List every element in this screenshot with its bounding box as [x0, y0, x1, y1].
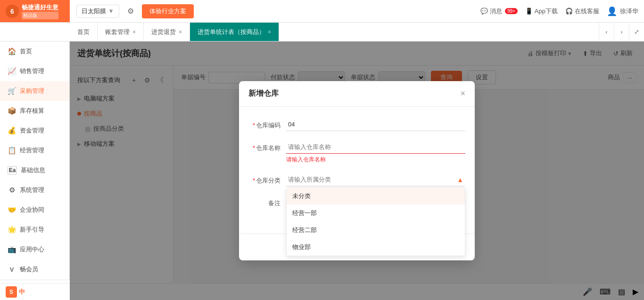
tab-home-label: 首页: [77, 28, 90, 36]
content-area: 🏠 首页 📈 销售管理 🛒 采购管理 📦 库存核算 💰 资金管理 📋 经营管理 …: [0, 42, 644, 300]
warehouse-name-field: 请输入仓库名称: [286, 141, 465, 164]
tab-purchase-stats-label: 进货单统计表（按商品）: [198, 28, 265, 36]
sidebar-item-operations[interactable]: 📋 经营管理: [0, 141, 69, 160]
system-icon: ⚙: [8, 186, 16, 194]
warehouse-type-row: *仓库分类 ▲ 未分类 经营一部 经营二部 物业部: [248, 173, 465, 186]
tab-purchase-return-label: 进货退货: [151, 28, 176, 36]
sidebar-item-sales[interactable]: 📈 销售管理: [0, 61, 69, 81]
sidebar-item-purchase[interactable]: 🛒 采购管理: [0, 81, 69, 101]
top-bar: 6 畅捷通好生意 精品版 日太阳膜 ▼ ⚙ 体验行业方案 💬 消息 99+ 📱 …: [0, 0, 644, 23]
sidebar: 🏠 首页 📈 销售管理 🛒 采购管理 📦 库存核算 💰 资金管理 📋 经营管理 …: [0, 42, 70, 300]
settings-icon[interactable]: ⚙: [124, 5, 137, 18]
tab-actions: ‹ › ⤢: [599, 23, 644, 42]
tab-purchase-return[interactable]: 进货退货 ×: [144, 23, 190, 41]
warehouse-type-dropdown: ▲ 未分类 经营一部 经营二部 物业部: [286, 173, 465, 186]
basic-info-icon: Ea: [8, 166, 17, 175]
close-icon[interactable]: ×: [268, 29, 271, 35]
sidebar-item-apps[interactable]: 📺 应用中心: [0, 240, 69, 259]
dropdown-item-unclassified[interactable]: 未分类: [287, 188, 465, 205]
sidebar-basic-info-label: 基础信息: [21, 166, 45, 175]
operations-icon: 📋: [8, 146, 16, 155]
dropdown-item-dept1[interactable]: 经营一部: [287, 205, 465, 222]
tab-expand-icon[interactable]: ⤢: [629, 23, 644, 42]
app-download-label: App下载: [535, 7, 558, 16]
sidebar-item-inventory[interactable]: 📦 库存核算: [0, 101, 69, 121]
logo-text: 畅捷通好生意 精品版: [22, 3, 58, 19]
sidebar-inventory-label: 库存核算: [20, 107, 44, 115]
online-service-label: 在线客服: [575, 7, 599, 16]
logo-icon: 6: [6, 5, 19, 18]
sidebar-item-basic-info[interactable]: Ea 基础信息: [0, 160, 69, 180]
close-icon[interactable]: ×: [179, 29, 182, 35]
sidebar-purchase-label: 采购管理: [20, 87, 44, 95]
apps-icon: 📺: [8, 245, 16, 254]
online-service-item[interactable]: 🎧 在线客服: [565, 7, 599, 16]
vip-icon: V: [8, 265, 16, 274]
tab-purchase-stats[interactable]: 进货单统计表（按商品） ×: [190, 23, 279, 41]
tab-accounts[interactable]: 账套管理 ×: [98, 23, 144, 41]
home-icon: 🏠: [8, 47, 16, 56]
main-content: 进货单统计(按商品) 🖨 按模板打印 ▾ ⬆ 导出 ↺ 刷新: [70, 42, 644, 300]
brand-s-icon: S: [6, 286, 17, 298]
sidebar-finance-label: 资金管理: [20, 126, 44, 135]
brand-zh-icon: 中: [19, 288, 25, 296]
avatar-icon: 👤: [607, 6, 617, 17]
tab-home[interactable]: 首页: [70, 23, 98, 41]
warehouse-name-row: *仓库名称 请输入仓库名称: [248, 141, 465, 164]
bottom-left: S 中: [6, 286, 25, 298]
logo-area: 6 畅捷通好生意 精品版: [0, 0, 70, 22]
headset-icon: 🎧: [565, 8, 573, 15]
warehouse-type-label: *仓库分类: [248, 173, 286, 185]
messages-label: 消息: [490, 7, 502, 16]
chevron-down-icon: ▼: [108, 8, 114, 15]
sidebar-guide-label: 新手引导: [20, 225, 44, 234]
dropdown-item-dept3[interactable]: 物业部: [287, 239, 465, 256]
dropdown-item-dept2[interactable]: 经营二部: [287, 222, 465, 239]
sidebar-home-label: 首页: [20, 47, 32, 56]
modal-title: 新增仓库: [248, 89, 279, 99]
warehouse-type-field: ▲ 未分类 经营一部 经营二部 物业部: [286, 173, 465, 186]
tab-next-icon[interactable]: ›: [614, 23, 629, 42]
sidebar-item-finance[interactable]: 💰 资金管理: [0, 121, 69, 141]
user-profile[interactable]: 👤 徐泽华: [607, 6, 638, 17]
chevron-up-icon: ▲: [457, 176, 463, 183]
username-label: 徐泽华: [620, 7, 638, 16]
inventory-icon: 📦: [8, 107, 16, 115]
warehouse-code-row: *仓库编码: [248, 118, 465, 131]
modal-overlay: 新增仓库 × *仓库编码: [70, 42, 644, 300]
sidebar-vip-label: 畅会员: [20, 265, 38, 274]
sidebar-system-label: 系统管理: [20, 186, 44, 194]
messages-item[interactable]: 💬 消息 99+: [480, 7, 518, 16]
logo-badge: 精品版: [22, 12, 58, 19]
warehouse-name-input[interactable]: [286, 141, 465, 154]
enterprise-icon: 🤝: [8, 206, 16, 214]
warehouse-code-field: [286, 118, 465, 131]
close-icon[interactable]: ×: [132, 29, 136, 35]
warehouse-type-input[interactable]: [286, 173, 465, 186]
store-name: 日太阳膜: [82, 7, 106, 16]
trial-button[interactable]: 体验行业方案: [142, 4, 194, 18]
message-icon: 💬: [480, 8, 488, 15]
warehouse-code-input[interactable]: [286, 118, 465, 131]
sales-icon: 📈: [8, 67, 16, 75]
warehouse-code-label: *仓库编码: [248, 118, 286, 130]
sidebar-item-vip[interactable]: V 畅会员: [0, 259, 69, 279]
tab-prev-icon[interactable]: ‹: [599, 23, 614, 42]
top-right: 💬 消息 99+ 📱 App下载 🎧 在线客服 👤 徐泽华: [480, 6, 638, 17]
sidebar-item-enterprise[interactable]: 🤝 企业协同: [0, 200, 69, 220]
sidebar-item-guide[interactable]: 🌟 新手引导: [0, 220, 69, 240]
sidebar-operations-label: 经营管理: [20, 146, 44, 155]
warehouse-name-error: 请输入仓库名称: [286, 156, 465, 164]
app-download-item[interactable]: 📱 App下载: [525, 7, 558, 16]
tab-accounts-label: 账套管理: [105, 28, 130, 36]
new-warehouse-modal: 新增仓库 × *仓库编码: [239, 81, 475, 260]
sidebar-enterprise-label: 企业协同: [20, 206, 44, 214]
modal-close-button[interactable]: ×: [460, 89, 465, 99]
sidebar-sales-label: 销售管理: [20, 67, 44, 75]
mobile-icon: 📱: [525, 8, 533, 15]
sidebar-item-system[interactable]: ⚙ 系统管理: [0, 180, 69, 200]
sidebar-item-home[interactable]: 🏠 首页: [0, 42, 69, 61]
modal-body: *仓库编码 *仓库名称 请输入仓库名称: [239, 107, 475, 233]
sidebar-apps-label: 应用中心: [20, 245, 44, 254]
store-selector[interactable]: 日太阳膜 ▼: [76, 5, 119, 18]
